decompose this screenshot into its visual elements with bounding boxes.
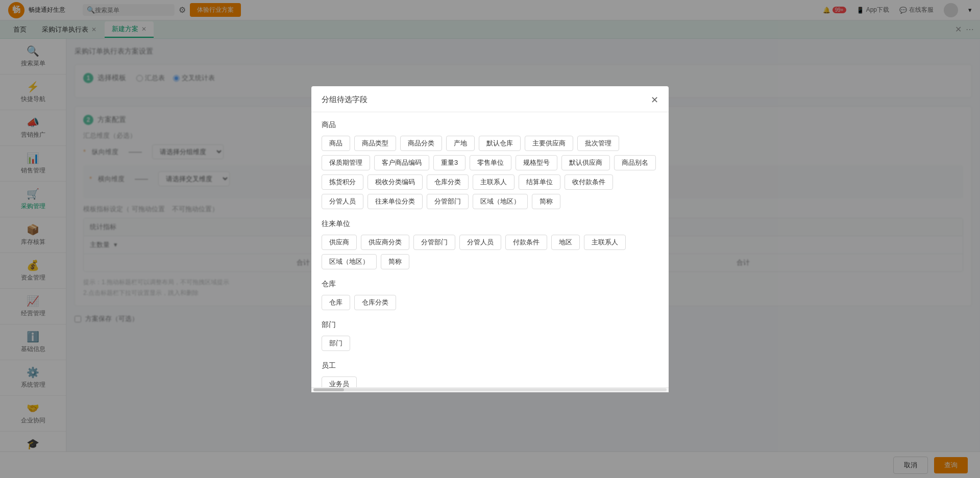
field-tag-retail-unit[interactable]: 零售单位 xyxy=(470,155,511,170)
field-tag-salesman[interactable]: 业务员 xyxy=(322,376,357,388)
modal-header: 分组待选字段 ✕ xyxy=(311,86,669,112)
field-tag-shelf-life[interactable]: 保质期管理 xyxy=(322,155,370,170)
field-tag-goods-category[interactable]: 商品分类 xyxy=(400,136,442,151)
field-tag-goods[interactable]: 商品 xyxy=(322,136,350,151)
field-select-modal: 分组待选字段 ✕ 商品 商品 商品类型 商品分类 产地 默认仓库 主要供应商 批… xyxy=(311,86,669,392)
modal-overlay: 分组待选字段 ✕ 商品 商品 商品类型 商品分类 产地 默认仓库 主要供应商 批… xyxy=(0,0,980,478)
field-tag-tax-code[interactable]: 税收分类编码 xyxy=(368,174,423,190)
field-tag-counterpart-category[interactable]: 往来单位分类 xyxy=(368,194,423,209)
field-tag-abbr-cp[interactable]: 简称 xyxy=(381,254,409,269)
field-tag-main-contact[interactable]: 主联系人 xyxy=(473,174,514,190)
field-group-goods: 商品 商品类型 商品分类 产地 默认仓库 主要供应商 批次管理 保质期管理 客户… xyxy=(322,136,658,209)
modal-scrollbar-h[interactable] xyxy=(311,387,669,392)
field-tag-goods-alias[interactable]: 商品别名 xyxy=(614,155,656,170)
field-tag-dept[interactable]: 部门 xyxy=(322,336,350,351)
field-tag-main-supplier[interactable]: 主要供应商 xyxy=(525,136,573,151)
field-tag-settlement-unit[interactable]: 结算单位 xyxy=(519,174,560,190)
field-tag-region-area[interactable]: 区域（地区） xyxy=(322,254,377,269)
field-tag-batch-mgmt[interactable]: 批次管理 xyxy=(577,136,619,151)
field-tag-abbr-goods[interactable]: 简称 xyxy=(532,194,560,209)
modal-close-button[interactable]: ✕ xyxy=(651,94,658,106)
field-group-warehouse: 仓库 仓库分类 xyxy=(322,295,658,310)
field-tag-weight[interactable]: 重量3 xyxy=(433,155,465,170)
field-tag-spec-model[interactable]: 规格型号 xyxy=(516,155,557,170)
field-tag-default-warehouse[interactable]: 默认仓库 xyxy=(479,136,521,151)
field-tag-manage-dept[interactable]: 分管部门 xyxy=(427,194,469,209)
modal-body: 商品 商品 商品类型 商品分类 产地 默认仓库 主要供应商 批次管理 保质期管理… xyxy=(311,112,669,388)
field-group-employee: 业务员 xyxy=(322,376,658,388)
field-tag-supplier-category[interactable]: 供应商分类 xyxy=(361,235,409,250)
modal-title: 分组待选字段 xyxy=(322,95,368,105)
field-tag-payment-cond[interactable]: 付款条件 xyxy=(505,235,547,250)
field-tag-manage-dept2[interactable]: 分管部门 xyxy=(413,235,455,250)
field-tag-region-goods[interactable]: 区域（地区） xyxy=(473,194,528,209)
field-tag-customer-code[interactable]: 客户商品编码 xyxy=(374,155,429,170)
field-tag-warehouse-type[interactable]: 仓库分类 xyxy=(354,295,396,310)
section-title-dept: 部门 xyxy=(322,320,658,330)
field-tag-warehouse-category[interactable]: 仓库分类 xyxy=(427,174,469,190)
section-title-warehouse: 仓库 xyxy=(322,280,658,289)
field-group-counterpart: 供应商 供应商分类 分管部门 分管人员 付款条件 地区 主联系人 区域（地区） … xyxy=(322,235,658,269)
field-tag-supplier[interactable]: 供应商 xyxy=(322,235,357,250)
section-title-employee: 员工 xyxy=(322,361,658,370)
section-title-counterpart: 往来单位 xyxy=(322,219,658,229)
field-tag-manager-person[interactable]: 分管人员 xyxy=(322,194,363,209)
field-tag-default-supplier[interactable]: 默认供应商 xyxy=(561,155,610,170)
field-tag-payment-terms[interactable]: 收付款条件 xyxy=(565,174,613,190)
field-tag-warehouse[interactable]: 仓库 xyxy=(322,295,350,310)
field-tag-picking-points[interactable]: 拣货积分 xyxy=(322,174,363,190)
field-tag-origin[interactable]: 产地 xyxy=(446,136,475,151)
field-tag-main-contact2[interactable]: 主联系人 xyxy=(584,235,626,250)
field-group-dept: 部门 xyxy=(322,336,658,351)
scrollbar-thumb-h xyxy=(313,388,344,391)
scrollbar-track-h xyxy=(313,388,667,391)
section-title-goods: 商品 xyxy=(322,120,658,130)
field-tag-goods-type[interactable]: 商品类型 xyxy=(354,136,396,151)
field-tag-manage-person2[interactable]: 分管人员 xyxy=(459,235,501,250)
field-tag-region-cp[interactable]: 地区 xyxy=(551,235,580,250)
